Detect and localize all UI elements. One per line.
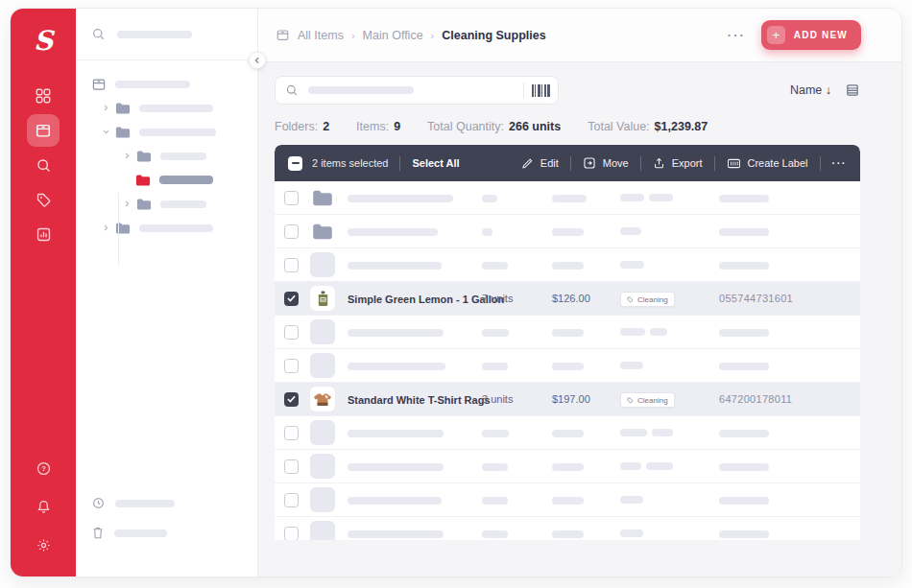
table-row[interactable]: [275, 316, 860, 349]
row-checkbox[interactable]: [284, 325, 299, 340]
item-tag-chip[interactable]: Cleaning: [620, 392, 675, 408]
nav-dashboard-icon[interactable]: [27, 80, 60, 112]
skeleton-pill: [652, 429, 673, 436]
skeleton-pill: [620, 261, 644, 269]
help-icon[interactable]: ?: [27, 452, 60, 484]
chevron-right-icon[interactable]: [101, 105, 110, 111]
nav-reports-icon[interactable]: [27, 218, 60, 250]
row-checkbox[interactable]: [284, 258, 299, 272]
skeleton-pill: [348, 262, 442, 270]
recent-activity-item[interactable]: [91, 496, 175, 510]
divider: [820, 156, 821, 171]
item-thumbnail[interactable]: [310, 387, 335, 412]
tree-subfolder[interactable]: [76, 144, 257, 168]
table-row[interactable]: [275, 483, 860, 517]
skeleton-pill: [620, 496, 643, 504]
sort-direction-arrow: ↓: [826, 83, 831, 97]
item-tag-chip[interactable]: Cleaning: [620, 292, 675, 307]
collapse-sidebar-button[interactable]: [249, 52, 266, 69]
chevron-right-icon[interactable]: [101, 224, 110, 231]
settings-icon[interactable]: [27, 529, 60, 561]
export-button[interactable]: Export: [653, 156, 703, 170]
folder-icon: [312, 223, 333, 241]
table-row[interactable]: [275, 349, 860, 383]
divider: [523, 82, 524, 98]
skeleton-pill: [719, 195, 769, 202]
skeleton-pill: [552, 430, 584, 437]
tree-folder-expanded[interactable]: [76, 120, 257, 144]
notifications-icon[interactable]: [27, 490, 60, 523]
trash-item[interactable]: [91, 526, 175, 540]
select-all-button[interactable]: Select All: [412, 157, 459, 169]
row-checkbox[interactable]: [284, 426, 299, 440]
nav-search-icon[interactable]: [27, 149, 60, 181]
item-thumbnail-placeholder: [310, 487, 335, 512]
table-body: Simple Green Lemon - 1 Gallon7 units$126…: [275, 181, 860, 540]
skeleton-pill: [348, 530, 444, 538]
toolbar-more-icon[interactable]: ···: [832, 157, 848, 169]
tree-subfolder-selected[interactable]: [76, 168, 257, 192]
row-checkbox[interactable]: [284, 359, 299, 373]
table-row[interactable]: [275, 517, 860, 540]
nav-items-icon[interactable]: [27, 114, 60, 147]
barcode-scan-icon[interactable]: [532, 84, 551, 97]
chevron-right-icon[interactable]: [122, 200, 132, 207]
row-checkbox[interactable]: [284, 493, 299, 507]
table-row[interactable]: [275, 181, 860, 215]
chevron-down-icon[interactable]: [101, 129, 110, 135]
more-options-icon[interactable]: ···: [728, 28, 746, 42]
create-label-button[interactable]: Create Label: [727, 157, 808, 170]
item-name[interactable]: Standard White T-Shirt Rags: [348, 394, 491, 406]
row-checkbox[interactable]: [284, 224, 299, 239]
add-new-button[interactable]: + ADD NEW: [761, 20, 861, 50]
table-row[interactable]: [275, 450, 860, 483]
skeleton-pill: [482, 497, 508, 505]
row-checkbox-checked[interactable]: [284, 292, 299, 306]
tree-root-all-items[interactable]: [76, 72, 257, 96]
row-checkbox[interactable]: [284, 191, 299, 205]
folder-thumbnail-icon: [310, 219, 335, 244]
skeleton-pill: [482, 363, 508, 370]
move-button[interactable]: Move: [583, 156, 629, 170]
divider: [714, 156, 715, 171]
row-checkbox-checked[interactable]: [284, 392, 299, 407]
skeleton-pill: [348, 195, 453, 202]
tree-label-skeleton: [139, 105, 213, 112]
stat-total-value: Total Value:$1,239.87: [588, 120, 708, 133]
table-row[interactable]: Simple Green Lemon - 1 Gallon7 units$126…: [275, 282, 860, 316]
tree-folder[interactable]: [76, 216, 257, 240]
breadcrumb-all-items[interactable]: All Items: [298, 29, 344, 42]
nav-tags-icon[interactable]: [27, 183, 60, 216]
list-view-toggle-icon[interactable]: [845, 82, 860, 98]
item-thumbnail[interactable]: [310, 286, 335, 311]
selected-count: 2 items selected: [312, 157, 388, 169]
move-icon: [583, 156, 596, 170]
tree-label-skeleton: [160, 200, 206, 208]
chevron-right-icon[interactable]: [122, 153, 132, 159]
item-name[interactable]: Simple Green Lemon - 1 Gallon: [348, 294, 504, 305]
breadcrumb-main-office[interactable]: Main Office: [363, 29, 423, 42]
tree-folder[interactable]: [76, 96, 257, 120]
skeleton-pill: [620, 362, 643, 369]
edit-button[interactable]: Edit: [521, 157, 559, 170]
select-all-checkbox[interactable]: [288, 156, 302, 171]
table-row[interactable]: [275, 248, 860, 282]
row-checkbox[interactable]: [284, 459, 299, 474]
table-row[interactable]: [275, 215, 860, 248]
folder-search-input[interactable]: [76, 9, 257, 60]
stat-total-quantity: Total Quantity:266 units: [427, 120, 561, 133]
tree-label-skeleton: [115, 81, 190, 88]
search-input[interactable]: [275, 76, 559, 105]
table-row[interactable]: Standard White T-Shirt Rags3 units$197.0…: [275, 383, 860, 416]
skeleton-pill: [650, 328, 667, 336]
folder-thumbnail-icon: [310, 185, 335, 210]
tree-subfolder[interactable]: [76, 192, 257, 216]
table-row[interactable]: [275, 416, 860, 450]
folder-icon: [136, 150, 152, 163]
skeleton-pill: [620, 429, 647, 436]
sort-by-name[interactable]: Name ↓: [790, 83, 831, 97]
row-checkbox[interactable]: [284, 527, 299, 541]
list-controls: Name ↓: [258, 62, 901, 105]
svg-text:?: ?: [41, 464, 46, 473]
item-quantity: 7 units: [482, 293, 552, 304]
